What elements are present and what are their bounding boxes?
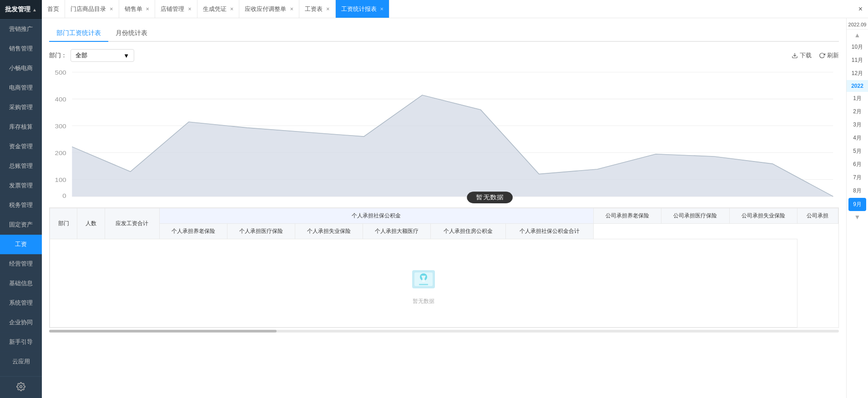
- timeline-item-10[interactable]: 10月: [847, 40, 868, 54]
- tab-close-payroll[interactable]: ×: [326, 5, 330, 12]
- col-personal-housing: 个人承担住房公积金: [431, 224, 505, 239]
- col-personal-medical: 个人承担医疗保险: [227, 224, 295, 239]
- timeline-item-4[interactable]: 4月: [847, 131, 868, 145]
- timeline-item-11[interactable]: 11月: [847, 54, 868, 67]
- sidebar-item-cggl[interactable]: 采购管理: [0, 98, 42, 117]
- tab-store-mgmt[interactable]: 店铺管理 ×: [155, 0, 197, 18]
- timeline-item-5[interactable]: 5月: [847, 145, 868, 158]
- sidebar-item-qytx[interactable]: 企业协同: [0, 313, 42, 333]
- col-company-unemp: 公司承担失业保险: [729, 208, 797, 224]
- timeline-item-1[interactable]: 1月: [847, 92, 868, 105]
- timeline-up-button[interactable]: ▲: [853, 30, 863, 40]
- empty-icon: [405, 261, 442, 297]
- timeline-item-year-2022[interactable]: 2022: [847, 80, 868, 92]
- svg-text:500: 500: [55, 69, 66, 76]
- sidebar-item-zjgl[interactable]: 资金管理: [0, 137, 42, 156]
- sidebar-header[interactable]: 批发管理 ▲: [0, 0, 42, 20]
- col-group-personal: 个人承担社保公积金: [159, 208, 594, 224]
- col-company-pension: 公司承担养老保险: [594, 208, 661, 224]
- tab-generate-voucher[interactable]: 生成凭证 ×: [197, 0, 240, 18]
- table-scrollbar-thumb[interactable]: [49, 330, 277, 333]
- tab-bar-close-button[interactable]: ×: [853, 5, 868, 13]
- sidebar-item-yxty[interactable]: 营销推广: [0, 20, 42, 39]
- sidebar-item-xsyd[interactable]: 新手引导: [0, 333, 42, 352]
- col-personal-major-medical: 个人承担大额医疗: [363, 224, 431, 239]
- tab-close-generate-voucher[interactable]: ×: [230, 5, 234, 12]
- col-company-more: 公司承担: [797, 208, 838, 224]
- tab-close-ar-ap-adjust[interactable]: ×: [290, 5, 293, 12]
- timeline-down-button[interactable]: ▼: [853, 212, 863, 222]
- table-scrollbar[interactable]: [49, 330, 839, 333]
- content-main: 部门工资统计表 月份统计表 部门： 全部 ▼: [42, 18, 846, 398]
- timeline-header: 2022.09: [847, 20, 868, 30]
- dept-label: 部门：: [49, 51, 67, 60]
- sidebar-item-jcxx[interactable]: 基础信息: [0, 274, 42, 293]
- sidebar-item-jygl[interactable]: 经营管理: [0, 254, 42, 274]
- timeline-item-9[interactable]: 9月: [848, 198, 866, 211]
- sidebar-item-kchs[interactable]: 库存核算: [0, 117, 42, 137]
- sidebar-item-yyyy[interactable]: 云应用: [0, 352, 42, 372]
- tab-store-catalog[interactable]: 门店商品目录 ×: [65, 0, 119, 18]
- dept-select[interactable]: 全部 ▼: [71, 49, 134, 62]
- sub-tab-bar: 部门工资统计表 月份统计表: [49, 25, 839, 42]
- download-icon: [792, 52, 798, 59]
- gear-icon: [16, 382, 25, 391]
- tab-close-payroll-stats[interactable]: ×: [380, 5, 384, 12]
- sidebar-item-swgl[interactable]: 税务管理: [0, 196, 42, 215]
- col-dept: 部门: [50, 208, 77, 239]
- sidebar-item-fpgl[interactable]: 发票管理: [0, 176, 42, 196]
- area-chart: 500 400 300 200 100 0: [49, 67, 839, 204]
- table-empty-row: 暂无数据: [50, 239, 838, 327]
- tab-home[interactable]: 首页: [42, 0, 65, 18]
- col-personal-total: 个人承担社保公积金合计: [505, 224, 594, 239]
- timeline-item-6[interactable]: 6月: [847, 158, 868, 171]
- sub-tab-month-stats[interactable]: 月份统计表: [108, 25, 155, 42]
- data-table-container: 部门 人数 应发工资合计 个人承担社保公积金 公司承担养老保险 公司承担医疗保险…: [49, 207, 839, 328]
- sidebar: 批发管理 ▲ 营销推广 销售管理 小畅电商 电商管理 采购管理 库存核算 资金管…: [0, 0, 42, 398]
- svg-marker-14: [72, 95, 833, 196]
- payroll-table: 部门 人数 应发工资合计 个人承担社保公积金 公司承担养老保险 公司承担医疗保险…: [50, 208, 838, 327]
- tab-close-store-mgmt[interactable]: ×: [188, 5, 192, 12]
- sidebar-item-gz[interactable]: 工资: [0, 235, 42, 254]
- content-area: 部门工资统计表 月份统计表 部门： 全部 ▼: [42, 18, 868, 398]
- sidebar-collapse-icon: ▲: [32, 7, 37, 12]
- svg-text:暂无数据: 暂无数据: [476, 194, 503, 201]
- sidebar-item-dsggl[interactable]: 电商管理: [0, 78, 42, 98]
- timeline-item-12[interactable]: 12月: [847, 67, 868, 80]
- timeline-item-2[interactable]: 2月: [847, 105, 868, 118]
- svg-text:200: 200: [55, 150, 66, 156]
- timeline-panel: 2022.09 ▲ 10月 11月 12月 2022 1月 2月 3月 4月 5…: [846, 18, 868, 398]
- download-button[interactable]: 下载: [792, 51, 812, 60]
- col-headcount: 人数: [77, 208, 105, 239]
- svg-rect-20: [419, 284, 428, 285]
- sidebar-title: 批发管理: [5, 5, 30, 14]
- timeline-item-8[interactable]: 8月: [847, 184, 868, 197]
- chevron-down-icon: ▼: [123, 52, 129, 59]
- tab-sales-order[interactable]: 销售单 ×: [119, 0, 156, 18]
- refresh-button[interactable]: 刷新: [819, 51, 839, 60]
- sub-tab-dept-stats[interactable]: 部门工资统计表: [49, 25, 108, 42]
- svg-text:300: 300: [55, 123, 66, 130]
- sidebar-item-xcdds[interactable]: 小畅电商: [0, 59, 42, 78]
- svg-point-0: [20, 386, 22, 388]
- tab-bar: 首页 门店商品目录 × 销售单 × 店铺管理 × 生成凭证 × 应收应付调整单 …: [42, 0, 868, 18]
- sidebar-item-zzgl[interactable]: 总账管理: [0, 156, 42, 176]
- timeline-item-3[interactable]: 3月: [847, 118, 868, 131]
- toolbar-right: 下载 刷新: [792, 51, 839, 60]
- tab-close-store-catalog[interactable]: ×: [110, 5, 113, 12]
- table-scrollbar-container: [49, 328, 839, 334]
- sidebar-item-gdzcsl[interactable]: 固定资产: [0, 215, 42, 235]
- settings-button[interactable]: [0, 376, 42, 398]
- refresh-icon: [819, 52, 825, 59]
- sidebar-item-xtgl[interactable]: 系统管理: [0, 293, 42, 313]
- col-personal-unemp: 个人承担失业保险: [295, 224, 363, 239]
- tab-close-sales-order[interactable]: ×: [146, 5, 150, 12]
- col-personal-pension: 个人承担养老保险: [159, 224, 227, 239]
- tab-ar-ap-adjust[interactable]: 应收应付调整单 ×: [239, 0, 299, 18]
- svg-text:0: 0: [62, 192, 66, 199]
- sidebar-item-xsgl[interactable]: 销售管理: [0, 39, 42, 59]
- tab-payroll-stats[interactable]: 工资统计报表 ×: [336, 0, 390, 18]
- timeline-item-7[interactable]: 7月: [847, 171, 868, 184]
- col-company-medical: 公司承担医疗保险: [661, 208, 729, 224]
- tab-payroll[interactable]: 工资表 ×: [299, 0, 336, 18]
